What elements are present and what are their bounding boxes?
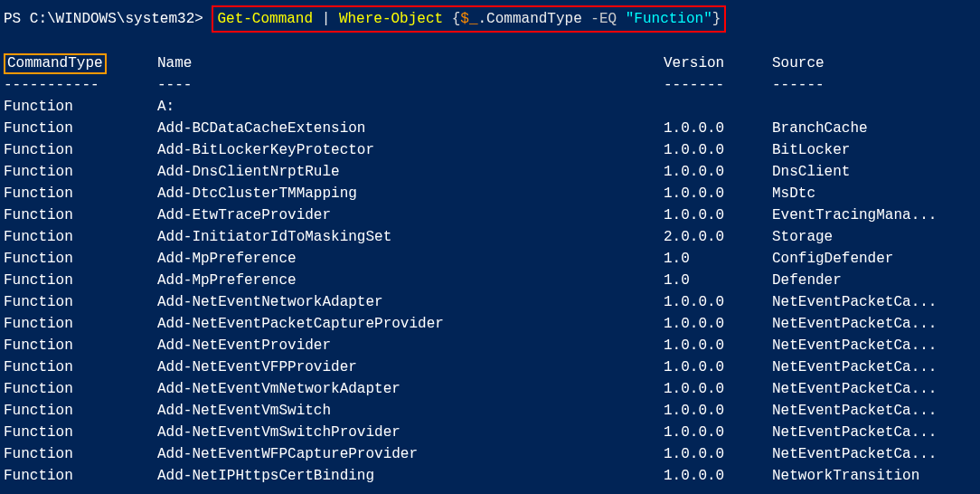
table-row: FunctionAdd-NetEventVFPProvider1.0.0.0Ne…: [4, 356, 976, 378]
table-row: FunctionAdd-DtcClusterTMMapping1.0.0.0Ms…: [4, 183, 976, 204]
cell-version: 1.0.0.0: [664, 378, 772, 400]
cell-name: A:: [157, 96, 664, 118]
dash-name: ----: [157, 74, 664, 96]
cell-commandtype: Function: [4, 96, 157, 118]
commandtype-highlight-box: CommandType: [4, 53, 107, 74]
cell-version: 1.0.0.0: [664, 291, 772, 313]
cell-version: 1.0: [664, 270, 772, 291]
string-literal: "Function": [626, 8, 712, 30]
cell-source: DnsClient: [772, 161, 976, 183]
table-row: FunctionAdd-NetEventProvider1.0.0.0NetEv…: [4, 335, 976, 356]
header-version: Version: [664, 52, 772, 74]
cell-commandtype: Function: [4, 465, 157, 487]
table-row: FunctionAdd-NetEventPacketCaptureProvide…: [4, 313, 976, 335]
cell-name: Add-NetIPHttpsCertBinding: [157, 465, 664, 487]
cell-name: Add-InitiatorIdToMaskingSet: [157, 226, 664, 248]
table-header-row: CommandType Name Version Source: [4, 52, 976, 74]
variable-dollar: $_: [460, 8, 477, 30]
prompt-text: PS C:\WINDOWS\system32>: [4, 8, 212, 30]
table-row: FunctionAdd-BitLockerKeyProtector1.0.0.0…: [4, 139, 976, 161]
cell-commandtype: Function: [4, 248, 157, 270]
header-commandtype: CommandType: [4, 52, 157, 74]
cell-source: BranchCache: [772, 118, 976, 139]
cell-source: Defender: [772, 270, 976, 291]
cell-version: 2.0.0.0: [664, 226, 772, 248]
header-source: Source: [772, 52, 976, 74]
cell-name: Add-NetEventVmSwitchProvider: [157, 422, 664, 443]
cell-name: Add-DtcClusterTMMapping: [157, 183, 664, 204]
cell-version: 1.0.0.0: [664, 139, 772, 161]
cell-name: Add-NetEventVmSwitch: [157, 400, 664, 422]
cell-commandtype: Function: [4, 422, 157, 443]
cell-source: NetEventPacketCa...: [772, 291, 976, 313]
cell-version: 1.0.0.0: [664, 400, 772, 422]
table-row: FunctionAdd-BCDataCacheExtension1.0.0.0B…: [4, 118, 976, 139]
cell-source: ConfigDefender: [772, 248, 976, 270]
dash-version: -------: [664, 74, 772, 96]
cell-name: Add-MpPreference: [157, 270, 664, 291]
cell-version: 1.0.0.0: [664, 422, 772, 443]
cell-source: NetEventPacketCa...: [772, 422, 976, 443]
cell-source: Storage: [772, 226, 976, 248]
table-row: FunctionAdd-NetEventVmSwitch1.0.0.0NetEv…: [4, 400, 976, 422]
cell-name: Add-NetEventVFPProvider: [157, 356, 664, 378]
cell-source: NetEventPacketCa...: [772, 313, 976, 335]
cell-source: NetEventPacketCa...: [772, 356, 976, 378]
cell-source: NetEventPacketCa...: [772, 378, 976, 400]
cell-name: Add-DnsClientNrptRule: [157, 161, 664, 183]
table-dash-row: ----------- ---- ------- ------: [4, 74, 976, 96]
table-row: FunctionAdd-NetEventVmSwitchProvider1.0.…: [4, 422, 976, 443]
cell-source: BitLocker: [772, 139, 976, 161]
cell-name: Add-BCDataCacheExtension: [157, 118, 664, 139]
cell-commandtype: Function: [4, 335, 157, 356]
table-row: FunctionAdd-DnsClientNrptRule1.0.0.0DnsC…: [4, 161, 976, 183]
output-table: CommandType Name Version Source --------…: [4, 52, 976, 487]
cell-version: 1.0.0.0: [664, 356, 772, 378]
pipe-operator: |: [313, 8, 339, 30]
command-where-object: Where-Object: [339, 8, 443, 30]
cell-version: 1.0.0.0: [664, 313, 772, 335]
cell-name: Add-EtwTraceProvider: [157, 204, 664, 226]
cell-commandtype: Function: [4, 443, 157, 465]
cell-source: MsDtc: [772, 183, 976, 204]
command-highlight-box: Get-Command | Where-Object { $_ .Command…: [212, 5, 726, 33]
cell-source: EventTracingMana...: [772, 204, 976, 226]
cell-commandtype: Function: [4, 400, 157, 422]
table-row: FunctionAdd-NetIPHttpsCertBinding1.0.0.0…: [4, 465, 976, 487]
brace-open: {: [452, 8, 461, 30]
cell-commandtype: Function: [4, 356, 157, 378]
command-get-command: Get-Command: [217, 8, 313, 30]
cell-source: [772, 96, 976, 118]
cell-source: NetEventPacketCa...: [772, 400, 976, 422]
table-row: FunctionAdd-NetEventNetworkAdapter1.0.0.…: [4, 291, 976, 313]
cell-commandtype: Function: [4, 139, 157, 161]
table-row: FunctionAdd-NetEventVmNetworkAdapter1.0.…: [4, 378, 976, 400]
cell-version: 1.0.0.0: [664, 465, 772, 487]
dash-source: ------: [772, 74, 976, 96]
cell-name: Add-NetEventPacketCaptureProvider: [157, 313, 664, 335]
property-access: .CommandType: [478, 8, 591, 30]
cell-commandtype: Function: [4, 161, 157, 183]
cell-version: 1.0.0.0: [664, 161, 772, 183]
table-row: FunctionAdd-MpPreference1.0ConfigDefende…: [4, 248, 976, 270]
table-row: FunctionA:: [4, 96, 976, 118]
cell-version: 1.0.0.0: [664, 204, 772, 226]
cell-name: Add-NetEventProvider: [157, 335, 664, 356]
dash-type: -----------: [4, 74, 157, 96]
table-row: FunctionAdd-MpPreference1.0Defender: [4, 270, 976, 291]
cell-commandtype: Function: [4, 378, 157, 400]
cell-version: 1.0.0.0: [664, 183, 772, 204]
cell-name: Add-BitLockerKeyProtector: [157, 139, 664, 161]
cell-commandtype: Function: [4, 291, 157, 313]
cell-source: NetEventPacketCa...: [772, 443, 976, 465]
table-row: FunctionAdd-EtwTraceProvider1.0.0.0Event…: [4, 204, 976, 226]
cell-commandtype: Function: [4, 204, 157, 226]
cell-version: 1.0.0.0: [664, 443, 772, 465]
header-name: Name: [157, 52, 664, 74]
cell-commandtype: Function: [4, 226, 157, 248]
cell-version: 1.0.0.0: [664, 335, 772, 356]
cell-source: NetEventPacketCa...: [772, 335, 976, 356]
brace-close: }: [712, 8, 721, 30]
cell-name: Add-NetEventWFPCaptureProvider: [157, 443, 664, 465]
cell-name: Add-MpPreference: [157, 248, 664, 270]
